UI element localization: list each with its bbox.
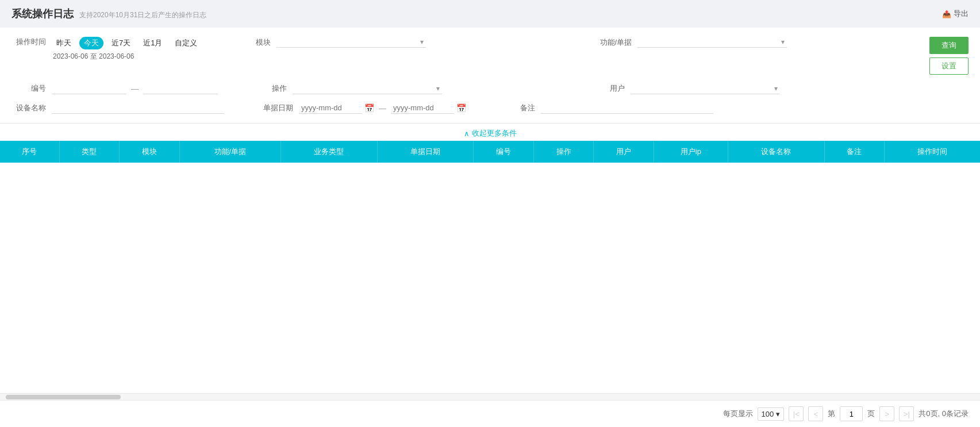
table-empty-state xyxy=(0,163,980,364)
scrollbar-area[interactable] xyxy=(0,393,980,400)
col-device: 设备名称 xyxy=(728,141,824,163)
remark-input[interactable] xyxy=(541,102,713,114)
page-label: 第 xyxy=(828,409,835,419)
filter-actions: 查询 设置 xyxy=(929,37,969,75)
time-label: 操作时间 xyxy=(11,37,46,47)
collapse-button[interactable]: ∧ 收起更多条件 xyxy=(464,128,517,139)
data-table: 序号 类型 模块 功能/单据 业务类型 单据日期 编号 操作 用户 用户ip 设… xyxy=(0,141,980,163)
calendar-end-icon[interactable]: 📅 xyxy=(456,103,466,113)
page-header: 系统操作日志 支持2020年10月31日之后产生的操作日志 📤 导出 xyxy=(0,0,980,28)
user-label: 用户 xyxy=(590,83,625,94)
per-page-value: 100 xyxy=(762,410,774,418)
time-btn-custom[interactable]: 自定义 xyxy=(170,37,202,49)
time-range-text: 2023-06-06 至 2023-06-06 xyxy=(53,52,202,61)
col-biz-type: 业务类型 xyxy=(281,141,378,163)
date-start-wrap: 📅 xyxy=(299,102,374,114)
device-label: 设备名称 xyxy=(11,103,46,113)
page-next-button[interactable]: > xyxy=(879,406,894,421)
time-filter-group: 操作时间 昨天 今天 近7天 近1月 自定义 2023-06-06 至 2023… xyxy=(11,37,202,61)
function-filter-group: 功能/单据 ▾ xyxy=(591,37,912,48)
per-page-label: 每页显示 xyxy=(723,409,753,419)
voucher-date-label: 单据日期 xyxy=(259,103,293,113)
number-label: 编号 xyxy=(11,83,46,94)
col-module: 模块 xyxy=(120,141,179,163)
calendar-start-icon[interactable]: 📅 xyxy=(364,103,374,113)
date-start-input[interactable] xyxy=(299,102,362,114)
module-filter-group: 模块 ▾ xyxy=(236,37,557,48)
function-dropdown-icon: ▾ xyxy=(781,38,785,46)
time-btn-today[interactable]: 今天 xyxy=(79,37,103,49)
date-end-wrap: 📅 xyxy=(391,102,466,114)
page-prev-button[interactable]: < xyxy=(808,406,823,421)
remark-label: 备注 xyxy=(501,103,535,113)
user-select[interactable]: ▾ xyxy=(631,83,780,94)
number-end-input[interactable] xyxy=(143,83,218,94)
page-title: 系统操作日志 xyxy=(11,7,74,21)
scrollbar-thumb[interactable] xyxy=(6,395,121,399)
date-end-input[interactable] xyxy=(391,102,454,114)
data-table-wrapper: 序号 类型 模块 功能/单据 业务类型 单据日期 编号 操作 用户 用户ip 设… xyxy=(0,141,980,393)
page-unit: 页 xyxy=(867,409,875,419)
page-last-button[interactable]: >| xyxy=(899,406,914,421)
number-start-input[interactable] xyxy=(52,83,126,94)
pagination: 每页显示 100 ▾ |< < 第 页 > >| 共0页, 0条记录 xyxy=(0,400,980,427)
module-dropdown-icon: ▾ xyxy=(420,38,424,46)
function-select[interactable]: ▾ xyxy=(637,37,787,48)
number-filter-group: 编号 — xyxy=(11,83,218,94)
filter-area: 操作时间 昨天 今天 近7天 近1月 自定义 2023-06-06 至 2023… xyxy=(0,28,980,124)
collapse-bar[interactable]: ∧ 收起更多条件 xyxy=(0,124,980,141)
col-user: 用户 xyxy=(594,141,654,163)
per-page-select[interactable]: 100 ▾ xyxy=(758,407,785,421)
col-operation: 操作 xyxy=(533,141,593,163)
device-input[interactable] xyxy=(52,102,224,114)
operation-select[interactable]: ▾ xyxy=(293,83,442,94)
header-left: 系统操作日志 支持2020年10月31日之后产生的操作日志 xyxy=(11,7,206,21)
function-label: 功能/单据 xyxy=(591,37,632,48)
col-voucher-date: 单据日期 xyxy=(377,141,474,163)
page-first-button[interactable]: |< xyxy=(789,406,804,421)
col-number: 编号 xyxy=(474,141,533,163)
collapse-chevron-icon: ∧ xyxy=(464,129,470,138)
page-subtitle: 支持2020年10月31日之后产生的操作日志 xyxy=(79,10,206,20)
export-button[interactable]: 📤 导出 xyxy=(942,9,969,19)
col-op-time: 操作时间 xyxy=(884,141,980,163)
time-buttons: 昨天 今天 近7天 近1月 自定义 xyxy=(52,37,202,49)
table-header-row: 序号 类型 模块 功能/单据 业务类型 单据日期 编号 操作 用户 用户ip 设… xyxy=(0,141,980,163)
page-total: 共0页, 0条记录 xyxy=(918,409,969,419)
date-dash: — xyxy=(379,104,386,113)
col-function: 功能/单据 xyxy=(179,141,280,163)
time-filter: 昨天 今天 近7天 近1月 自定义 2023-06-06 至 2023-06-0… xyxy=(52,37,202,61)
remark-filter-group: 备注 xyxy=(501,102,969,114)
export-icon: 📤 xyxy=(942,10,951,18)
col-type: 类型 xyxy=(59,141,119,163)
time-btn-1month[interactable]: 近1月 xyxy=(139,37,167,49)
time-btn-yesterday[interactable]: 昨天 xyxy=(52,37,76,49)
time-btn-7days[interactable]: 近7天 xyxy=(107,37,135,49)
module-label: 模块 xyxy=(236,37,271,48)
user-filter-group: 用户 ▾ xyxy=(590,83,894,94)
operation-dropdown-icon: ▾ xyxy=(436,84,440,93)
page-input[interactable] xyxy=(840,406,863,421)
number-dash: — xyxy=(131,84,139,93)
settings-button[interactable]: 设置 xyxy=(929,57,969,75)
operation-label: 操作 xyxy=(252,83,287,94)
collapse-label: 收起更多条件 xyxy=(472,128,517,139)
query-button[interactable]: 查询 xyxy=(929,37,969,54)
voucher-date-filter-group: 单据日期 📅 — 📅 xyxy=(259,102,466,114)
device-filter-group: 设备名称 xyxy=(11,102,224,114)
col-remark: 备注 xyxy=(824,141,884,163)
module-select[interactable]: ▾ xyxy=(276,37,426,48)
user-dropdown-icon: ▾ xyxy=(774,84,778,93)
export-label: 导出 xyxy=(954,9,969,19)
col-index: 序号 xyxy=(0,141,59,163)
operation-filter-group: 操作 ▾ xyxy=(252,83,556,94)
per-page-dropdown-icon: ▾ xyxy=(776,410,780,418)
col-user-ip: 用户ip xyxy=(654,141,728,163)
